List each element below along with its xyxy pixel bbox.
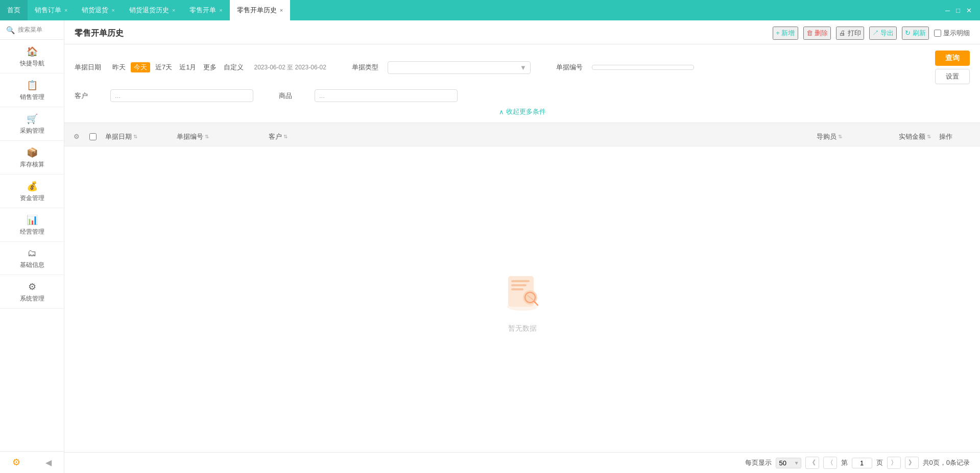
empty-text: 暂无数据: [508, 324, 537, 333]
date-option-昨天[interactable]: 昨天: [110, 62, 128, 72]
sidebar-label-finance: 资金管理: [20, 194, 44, 203]
select-all-checkbox[interactable]: [85, 133, 101, 140]
empty-state: 暂无数据: [64, 146, 980, 452]
sort-date-icon[interactable]: ⇅: [133, 134, 137, 139]
sidebar-icon-sales-mgmt: 📋: [27, 80, 38, 91]
sort-num-icon[interactable]: ⇅: [205, 134, 209, 139]
col-num-label: 单据编号: [177, 132, 203, 141]
sidebar-icon-basic-info: 🗂: [28, 248, 37, 259]
col-op-label: 操作: [939, 132, 952, 141]
col-customer-label: 客户: [269, 132, 282, 141]
page-word: 第: [841, 458, 848, 467]
tab-close-retail-open-history[interactable]: ×: [280, 7, 283, 13]
nav-tab-retail-open-history[interactable]: 零售开单历史×: [230, 0, 290, 20]
sidebar-items: 🏠 快捷导航 📋 销售管理 🛒 采购管理 📦 库存核算 💰 资金管理 📊 经营管…: [0, 40, 64, 309]
customer-input[interactable]: ...: [110, 89, 253, 102]
sidebar-item-operations[interactable]: 📊 经营管理: [0, 208, 64, 242]
sidebar-item-inventory[interactable]: 📦 库存核算: [0, 141, 64, 175]
sidebar-label-operations: 经营管理: [20, 228, 44, 236]
minimize-icon[interactable]: ─: [945, 7, 950, 14]
main-layout: 🔍 搜索菜单 🏠 快捷导航 📋 销售管理 🛒 采购管理 📦 库存核算 💰 资金管…: [0, 20, 980, 473]
nav-tab-sales-return[interactable]: 销货退货×: [75, 0, 122, 20]
page-size-select[interactable]: 50 10 20 100: [776, 458, 801, 468]
delete-button[interactable]: 🗑 删除: [803, 27, 831, 40]
refresh-button[interactable]: ↻ 刷新: [902, 27, 929, 40]
nav-tab-retail-open[interactable]: 零售开单×: [182, 0, 229, 20]
search-icon: 🔍: [6, 26, 15, 34]
next-page-button[interactable]: 〉: [887, 457, 901, 469]
sort-guide-icon[interactable]: ⇅: [838, 134, 842, 139]
nav-tab-sales-return-history[interactable]: 销货退货历史×: [122, 0, 182, 20]
collapse-label: 收起更多条件: [506, 107, 546, 116]
show-detail-input[interactable]: [934, 30, 941, 37]
page-number-input[interactable]: [852, 458, 872, 468]
sidebar-search[interactable]: 🔍 搜索菜单: [0, 20, 64, 40]
sidebar-icon-inventory: 📦: [27, 147, 38, 158]
export-button[interactable]: ↗ 导出: [869, 27, 897, 40]
sidebar-item-quick-nav[interactable]: 🏠 快捷导航: [0, 40, 64, 73]
window-controls: ─ □ ✕: [945, 7, 980, 14]
bill-type-label: 单据类型: [352, 63, 383, 72]
close-icon[interactable]: ✕: [966, 7, 972, 14]
svg-rect-2: [511, 280, 530, 282]
last-page-button[interactable]: 》: [905, 457, 919, 469]
query-button[interactable]: 查询: [935, 51, 970, 66]
col-header-amount: 实销金额 ⇅: [874, 132, 935, 141]
sort-amount-icon[interactable]: ⇅: [927, 134, 931, 139]
tab-close-retail-open[interactable]: ×: [219, 7, 222, 13]
customer-dots: ...: [115, 92, 121, 99]
page-header: 零售开单历史 + 新增 🗑 删除 🖨 打印 ↗ 导出 ↻ 刷新 显示明细: [64, 20, 980, 44]
column-settings-icon[interactable]: ⚙: [68, 133, 85, 140]
sidebar-label-purchase-mgmt: 采购管理: [20, 127, 44, 135]
sidebar-label-inventory: 库存核算: [20, 160, 44, 169]
show-detail-label: 显示明细: [943, 29, 970, 38]
pagination-bar: 每页显示 50 10 20 100 ▼ 《 〈 第 页 〉 》 共0页，0条记录: [64, 452, 980, 473]
settings-icon[interactable]: ⚙: [12, 457, 20, 468]
sidebar-icon-operations: 📊: [27, 214, 38, 226]
bill-num-input[interactable]: [592, 65, 694, 70]
sidebar-item-finance[interactable]: 💰 资金管理: [0, 175, 64, 208]
goods-label: 商品: [279, 91, 309, 101]
show-detail-checkbox[interactable]: 显示明细: [934, 29, 970, 38]
add-button[interactable]: + 新增: [773, 27, 798, 40]
per-page-label: 每页显示: [745, 458, 772, 467]
tab-close-sales-return[interactable]: ×: [111, 7, 114, 13]
select-all-input[interactable]: [89, 133, 97, 140]
date-option-今天[interactable]: 今天: [131, 62, 150, 72]
nav-tab-home[interactable]: 首页: [0, 0, 28, 20]
sidebar-icon-finance: 💰: [27, 181, 38, 192]
filter-row-1: 单据日期 昨天今天近7天近1月更多自定义 2023-06-02 至 2023-0…: [75, 51, 970, 84]
col-guide-label: 导购员: [817, 132, 836, 141]
nav-tab-sales-order[interactable]: 销售订单×: [28, 0, 75, 20]
setting-button[interactable]: 设置: [935, 69, 970, 84]
sidebar-item-sys-mgmt[interactable]: ⚙ 系统管理: [0, 275, 64, 309]
first-page-button[interactable]: 《: [805, 457, 819, 469]
collapse-button[interactable]: ∧ 收起更多条件: [75, 107, 970, 116]
goods-input[interactable]: ...: [315, 89, 458, 102]
sidebar-item-sales-mgmt[interactable]: 📋 销售管理: [0, 73, 64, 107]
sidebar-item-purchase-mgmt[interactable]: 🛒 采购管理: [0, 107, 64, 141]
date-option-更多[interactable]: 更多: [201, 62, 219, 72]
sidebar-item-basic-info[interactable]: 🗂 基础信息: [0, 242, 64, 275]
maximize-icon[interactable]: □: [956, 7, 960, 14]
col-amount-label: 实销金额: [899, 132, 925, 141]
sidebar-icon-purchase-mgmt: 🛒: [27, 113, 38, 125]
sidebar: 🔍 搜索菜单 🏠 快捷导航 📋 销售管理 🛒 采购管理 📦 库存核算 💰 资金管…: [0, 20, 64, 473]
prev-page-button[interactable]: 〈: [823, 457, 837, 469]
tab-close-sales-order[interactable]: ×: [64, 7, 67, 13]
top-nav-bar: 首页销售订单×销货退货×销货退货历史×零售开单×零售开单历史× ─ □ ✕: [0, 0, 980, 20]
collapse-up-icon: ∧: [499, 108, 504, 116]
tab-close-sales-return-history[interactable]: ×: [172, 7, 175, 13]
page-unit: 页: [876, 458, 883, 467]
bill-type-select[interactable]: [388, 61, 531, 74]
date-option-近1月[interactable]: 近1月: [177, 62, 198, 72]
date-option-自定义[interactable]: 自定义: [222, 62, 246, 72]
filter-row-2: 客户 ... 商品 ...: [75, 89, 970, 102]
sort-customer-icon[interactable]: ⇅: [283, 134, 288, 139]
collapse-icon[interactable]: ◀: [45, 458, 52, 467]
date-options: 昨天今天近7天近1月更多自定义: [110, 62, 246, 72]
date-option-近7天[interactable]: 近7天: [153, 62, 174, 72]
col-header-guide: 导购员 ⇅: [812, 132, 874, 141]
search-menu-label: 搜索菜单: [18, 26, 42, 34]
print-button[interactable]: 🖨 打印: [836, 27, 864, 40]
